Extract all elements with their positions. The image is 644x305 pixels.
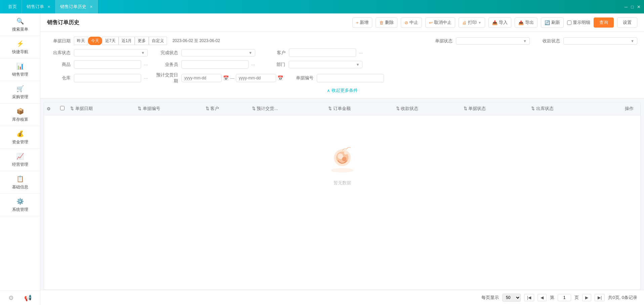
print-button[interactable]: 🖨 打印 ▼ xyxy=(459,17,485,28)
delete-button[interactable]: 🗑 删除 xyxy=(376,17,397,28)
product-input[interactable] xyxy=(74,60,141,69)
collapse-button[interactable]: ∧ 收起更多条件 xyxy=(47,87,637,93)
sidebar-item-purchase-mgmt[interactable]: 🛒 采购管理 xyxy=(0,81,40,104)
tab-home[interactable]: 首页 xyxy=(3,0,22,13)
warehouse-field-group: ··· xyxy=(74,74,148,82)
minimize-icon[interactable]: ─ xyxy=(625,4,628,9)
sidebar-item-sales-mgmt[interactable]: 📊 销售管理 xyxy=(0,59,40,81)
date-btn-today[interactable]: 今天 xyxy=(88,37,102,45)
payment-status-select[interactable]: ▼ xyxy=(563,37,637,45)
order-status-select[interactable]: ▼ xyxy=(456,37,530,45)
delete-label: 删除 xyxy=(385,20,394,26)
select-all-checkbox[interactable] xyxy=(60,106,65,110)
tab-sales-order-history[interactable]: 销售订单历史 ✕ xyxy=(55,0,98,13)
filter-row-1: 单据日期 昨天 今天 近7天 近1月 更多 自定义 2023-06-02 至 2… xyxy=(47,37,637,45)
delivery-status-arrow-icon: ▼ xyxy=(141,51,145,55)
th-expected-delivery[interactable]: ⇅ 预计交货... xyxy=(249,102,326,115)
date-btn-yesterday[interactable]: 昨天 xyxy=(74,37,88,45)
th-customer[interactable]: ⇅ 客户 xyxy=(203,102,249,115)
import-button[interactable]: 📥 导入 xyxy=(488,17,511,28)
table-container: ⚙ ⇅ 单据日期 ⇅ 单据编号 ⇅ 客户 ⇅ 预计交货... xyxy=(44,102,641,290)
th-order-no[interactable]: ⇅ 单据编号 xyxy=(135,102,203,115)
empty-text: 暂无数据 xyxy=(334,180,351,186)
salesperson-label: 业务员 xyxy=(155,62,181,68)
settings-label: 设置 xyxy=(623,20,632,25)
payment-status-arrow-icon: ▼ xyxy=(631,39,634,43)
sidebar-item-business-mgmt[interactable]: 📈 经营管理 xyxy=(0,149,40,171)
th-gear[interactable]: ⚙ xyxy=(44,102,57,115)
expected-date-group: 📅 — 📅 xyxy=(181,74,283,82)
tab-sales-order-history-close[interactable]: ✕ xyxy=(90,5,93,9)
calendar-start-icon[interactable]: 📅 xyxy=(223,75,229,81)
date-btn-last1month[interactable]: 近1月 xyxy=(119,37,135,45)
tab-sales-order[interactable]: 销售订单 ✕ xyxy=(22,0,55,13)
sidebar-item-search-menu[interactable]: 🔍 搜索菜单 xyxy=(0,13,40,36)
sidebar-item-finance[interactable]: 💰 资金管理 xyxy=(0,126,40,149)
sidebar-item-inventory[interactable]: 📦 库存核算 xyxy=(0,104,40,126)
th-delivery-status[interactable]: ⇅ 出库状态 xyxy=(528,102,596,115)
sidebar-speaker-icon[interactable]: 📢 xyxy=(24,294,32,302)
refresh-button[interactable]: 🔄 刷新 xyxy=(541,17,564,28)
department-select[interactable]: ▼ xyxy=(289,61,362,68)
tab-home-label: 首页 xyxy=(8,4,17,10)
date-btn-custom[interactable]: 自定义 xyxy=(149,37,167,45)
query-button[interactable]: 查询 xyxy=(594,17,614,28)
sidebar-item-system-mgmt[interactable]: ⚙️ 系统管理 xyxy=(0,194,40,216)
th-date[interactable]: ⇅ 单据日期 xyxy=(68,102,135,115)
page-last-button[interactable]: ▶| xyxy=(595,294,605,301)
page-size-select[interactable]: 10 20 50 100 xyxy=(502,294,521,302)
page-number-input[interactable] xyxy=(558,294,571,301)
date-btn-last7[interactable]: 近7天 xyxy=(102,37,119,45)
export-button[interactable]: 📤 导出 xyxy=(515,17,538,28)
sidebar-settings-icon[interactable]: ⚙ xyxy=(8,294,14,302)
department-arrow-icon: ▼ xyxy=(356,63,359,67)
stop-icon: ⊘ xyxy=(404,20,408,25)
sidebar-item-base-info-label: 基础信息 xyxy=(12,184,28,190)
th-payment-status-label: ⇅ 收款状态 xyxy=(396,106,419,111)
page-first-button[interactable]: |◀ xyxy=(524,294,534,301)
maximize-icon[interactable]: □ xyxy=(631,4,634,9)
show-detail-checkbox[interactable] xyxy=(567,21,571,25)
tab-sales-order-close[interactable]: ✕ xyxy=(47,5,50,9)
collapse-row: ∧ 收起更多条件 xyxy=(47,87,637,93)
warehouse-dots-button[interactable]: ··· xyxy=(144,75,148,81)
stop-button[interactable]: ⊘ 中止 xyxy=(401,17,422,28)
delivery-status-select[interactable]: ▼ xyxy=(74,49,148,56)
expected-date-start[interactable] xyxy=(181,74,222,82)
page-next-button[interactable]: ▶ xyxy=(582,294,591,301)
product-dots-button[interactable]: ··· xyxy=(144,62,148,67)
date-label: 单据日期 xyxy=(47,38,74,44)
complete-status-select[interactable]: ▼ xyxy=(181,49,255,56)
th-order-status[interactable]: ⇅ 单据状态 xyxy=(461,102,528,115)
sidebar-item-base-info[interactable]: 📋 基础信息 xyxy=(0,171,40,194)
show-detail-text: 显示明细 xyxy=(573,20,590,26)
page-prev-button[interactable]: ◀ xyxy=(538,294,547,301)
order-status-label: 单据状态 xyxy=(429,38,456,44)
th-payment-status[interactable]: ⇅ 收款状态 xyxy=(393,102,461,115)
page-size-label: 每页显示 xyxy=(481,295,499,301)
date-group: 昨天 今天 近7天 近1月 更多 自定义 xyxy=(74,37,167,45)
date-btn-more[interactable]: 更多 xyxy=(135,37,149,45)
customer-dots-button[interactable]: ··· xyxy=(359,50,363,55)
expected-date-end[interactable] xyxy=(236,74,276,82)
warehouse-label: 仓库 xyxy=(47,75,74,81)
delivery-status-label: 出库状态 xyxy=(47,50,74,56)
calendar-end-icon[interactable]: 📅 xyxy=(277,75,283,81)
order-no-input[interactable] xyxy=(317,74,384,82)
th-check[interactable] xyxy=(57,102,68,115)
salesperson-dots-button[interactable]: ··· xyxy=(251,62,255,67)
sidebar-item-quick-nav[interactable]: ⚡ 快捷导航 xyxy=(0,36,40,59)
show-detail-label[interactable]: 显示明细 xyxy=(567,20,590,26)
th-amount[interactable]: ⇅ 订单金额 xyxy=(326,102,393,115)
filter-row-2: 出库状态 ▼ 完成状态 ▼ 客户 ··· xyxy=(47,48,637,57)
cancel-stop-button[interactable]: ↩ 取消中止 xyxy=(425,17,455,28)
settings-button[interactable]: 设置 xyxy=(617,17,637,28)
salesperson-input[interactable] xyxy=(181,60,249,69)
customer-input[interactable] xyxy=(289,48,356,57)
sales-mgmt-icon: 📊 xyxy=(16,63,24,70)
add-button[interactable]: + 新增 xyxy=(352,17,373,28)
delete-icon: 🗑 xyxy=(379,20,384,25)
close-icon[interactable]: ✕ xyxy=(637,4,641,9)
chevron-up-icon: ∧ xyxy=(327,88,330,93)
warehouse-input[interactable] xyxy=(74,74,141,82)
